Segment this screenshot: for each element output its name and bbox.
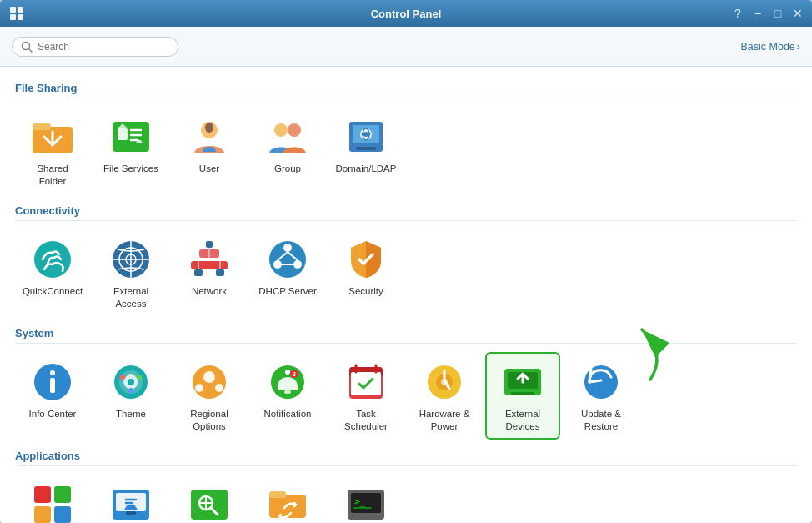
svg-line-5 [29,48,33,52]
file-sharing-grid: SharedFolder File Services [15,103,797,198]
svg-point-54 [128,388,133,393]
terminal-snmp-item[interactable]: >_ Terminal &SNMP [328,475,403,523]
svg-rect-74 [511,392,534,395]
svg-point-58 [215,384,223,392]
application-portal-item[interactable]: ApplicationPortal [93,475,168,523]
svg-point-52 [120,375,125,380]
svg-rect-34 [216,269,224,276]
svg-point-40 [283,244,292,252]
domain-ldap-item[interactable]: Domain/LDAP [328,107,403,194]
window-controls: ? − □ ✕ [730,6,805,21]
external-access-item[interactable]: External Access [93,229,168,317]
shared-folder-label: SharedFolder [37,163,68,188]
svg-point-24 [34,241,71,278]
window-title: Control Panel [371,8,442,20]
info-center-item[interactable]: Info Center [15,352,90,440]
svg-text:3: 3 [293,371,296,377]
close-button[interactable]: ✕ [790,6,805,21]
svg-rect-82 [126,511,136,515]
user-label: User [199,163,219,175]
svg-rect-78 [34,506,51,523]
theme-item[interactable]: Theme [93,352,168,440]
svg-rect-0 [10,7,16,13]
theme-label: Theme [116,408,146,420]
network-label: Network [192,285,227,298]
external-devices-item[interactable]: ExternalDevices [485,352,560,440]
task-scheduler-label: Task Scheduler [333,408,398,433]
section-title-applications: Applications [15,450,797,466]
svg-rect-1 [18,7,23,13]
notification-item[interactable]: 3 Notification [250,352,325,440]
info-center-label: Info Center [29,408,77,420]
search-icon [21,41,33,53]
file-services-label: File Services [103,163,158,175]
applications-grid: Privileges ApplicationPortal [15,471,797,523]
group-label: Group [274,163,301,175]
svg-rect-48 [50,378,55,393]
hardware-power-item[interactable]: Hardware &Power [407,352,482,440]
group-item[interactable]: Group [250,107,325,194]
network-item[interactable]: Network [172,229,247,317]
file-services-item[interactable]: File Services [93,107,168,194]
notification-label: Notification [264,408,312,420]
task-scheduler-item[interactable]: Task Scheduler [328,352,403,440]
section-title-connectivity: Connectivity [15,204,797,221]
regional-options-label: RegionalOptions [190,408,228,433]
content-area: File Sharing SharedFolder [0,67,812,523]
svg-rect-35 [206,258,213,261]
svg-point-71 [441,379,448,385]
svg-rect-61 [284,390,291,394]
svg-rect-89 [269,491,286,498]
user-item[interactable]: User [172,107,247,194]
svg-rect-83 [191,490,228,520]
system-grid: Info Center Theme [15,349,797,443]
shared-folder-sync-item[interactable]: Shared FolderSync [250,475,325,523]
toolbar: Basic Mode › [0,27,812,67]
search-input[interactable] [38,41,169,53]
privileges-item[interactable]: Privileges [15,475,90,523]
svg-point-16 [205,123,213,133]
basic-mode-button[interactable]: Basic Mode › [741,41,800,53]
svg-point-57 [195,384,203,392]
svg-rect-21 [356,147,376,150]
external-access-label: External Access [98,285,163,310]
hardware-power-label: Hardware &Power [419,408,470,433]
update-restore-item[interactable]: Update &Restore [564,352,639,440]
security-item[interactable]: Security [328,229,403,317]
dhcp-server-item[interactable]: DHCP Server [250,229,325,317]
shared-folder-item[interactable]: SharedFolder [15,107,90,194]
dhcp-server-label: DHCP Server [258,285,316,298]
svg-point-17 [274,123,288,137]
search-box[interactable] [12,37,178,57]
quickconnect-label: QuickConnect [23,285,83,298]
security-label: Security [348,285,383,298]
svg-rect-2 [10,14,16,20]
svg-point-60 [285,370,290,375]
svg-point-51 [128,379,134,385]
svg-rect-32 [206,241,213,248]
svg-point-47 [50,370,55,375]
maximize-button[interactable]: □ [770,6,785,21]
external-devices-label: ExternalDevices [505,408,540,433]
quickconnect-item[interactable]: QuickConnect [15,229,90,317]
svg-rect-30 [191,261,228,269]
control-panel-window: Control Panel ? − □ ✕ Basic Mode › File … [0,0,812,523]
svg-point-53 [137,375,142,380]
svg-point-18 [288,123,301,137]
update-restore-label: Update &Restore [581,408,621,433]
svg-rect-79 [54,506,71,523]
svg-rect-33 [194,269,203,276]
svg-rect-88 [269,495,306,518]
domain-ldap-label: Domain/LDAP [336,163,397,175]
svg-rect-3 [18,14,23,20]
section-title-file-sharing: File Sharing [15,82,797,98]
svg-point-56 [203,371,215,383]
regional-options-item[interactable]: RegionalOptions [172,352,247,440]
title-bar: Control Panel ? − □ ✕ [0,0,812,27]
minimize-button[interactable]: − [750,6,765,21]
svg-rect-76 [34,486,51,503]
svg-rect-7 [33,123,51,130]
indexing-service-item[interactable]: IndexingService [172,475,247,523]
help-button[interactable]: ? [730,6,745,21]
svg-rect-10 [118,128,128,140]
